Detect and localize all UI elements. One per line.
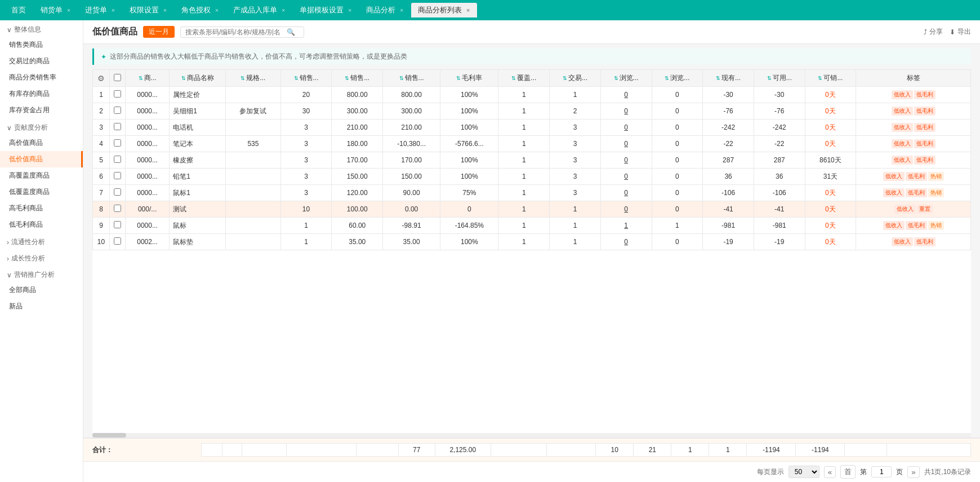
sidebar-group-marketing[interactable]: ∨ 营销推广分析 bbox=[0, 266, 83, 282]
horizontal-scrollbar[interactable] bbox=[92, 433, 971, 437]
cell-checkbox[interactable] bbox=[110, 87, 126, 103]
sidebar-item-low-margin[interactable]: 低毛利商品 bbox=[0, 216, 83, 233]
th-name[interactable]: ⇅商品名称 bbox=[170, 70, 226, 87]
sidebar-item-high-value[interactable]: 高价值商品 bbox=[0, 135, 83, 151]
cell-name[interactable]: 笔记本 bbox=[170, 136, 226, 152]
select-all-checkbox[interactable] bbox=[114, 74, 121, 81]
cell-checkbox[interactable] bbox=[110, 120, 126, 136]
nav-product-analysis[interactable]: 商品分析 × bbox=[359, 3, 410, 17]
next-page-button[interactable]: » bbox=[907, 466, 919, 478]
views-link[interactable]: 0 bbox=[624, 189, 628, 197]
th-sales-amount[interactable]: ⇅销售... bbox=[332, 70, 383, 87]
cell-name[interactable]: 属性定价 bbox=[170, 87, 226, 103]
cell-checkbox[interactable] bbox=[110, 152, 126, 169]
row-checkbox[interactable] bbox=[114, 123, 121, 130]
th-current-stock[interactable]: ⇅现有... bbox=[703, 70, 754, 87]
row-checkbox[interactable] bbox=[114, 188, 121, 196]
views-link[interactable]: 0 bbox=[624, 156, 628, 164]
sidebar-item-sales-products[interactable]: 销售类商品 bbox=[0, 37, 83, 53]
sidebar-item-all-products[interactable]: 全部商品 bbox=[0, 282, 83, 298]
cell-views1[interactable]: 0 bbox=[600, 185, 652, 201]
th-transactions[interactable]: ⇅交易... bbox=[550, 70, 601, 87]
views-link[interactable]: 0 bbox=[624, 238, 628, 246]
nav-role-auth[interactable]: 角色授权 × bbox=[175, 3, 225, 17]
views-link[interactable]: 0 bbox=[624, 205, 628, 213]
sidebar-item-high-coverage[interactable]: 高覆盖度商品 bbox=[0, 167, 83, 184]
close-product-analysis-list[interactable]: × bbox=[466, 7, 470, 14]
first-label-button[interactable]: 首 bbox=[840, 465, 856, 479]
per-page-select[interactable]: 50 100 200 bbox=[789, 466, 819, 478]
cell-checkbox[interactable] bbox=[110, 218, 126, 234]
sidebar-item-category-sales-rate[interactable]: 商品分类销售率 bbox=[0, 69, 83, 86]
row-checkbox[interactable] bbox=[114, 107, 121, 114]
views-link[interactable]: 0 bbox=[624, 107, 628, 115]
close-role-auth[interactable]: × bbox=[215, 7, 219, 14]
sidebar-group-liquidity[interactable]: › 流通性分析 bbox=[0, 233, 83, 249]
search-input[interactable] bbox=[185, 28, 287, 36]
search-icon[interactable]: 🔍 bbox=[287, 28, 295, 36]
row-checkbox[interactable] bbox=[114, 205, 121, 212]
row-checkbox[interactable] bbox=[114, 156, 121, 163]
cell-checkbox[interactable] bbox=[110, 103, 126, 120]
th-code[interactable]: ⇅商... bbox=[126, 70, 170, 87]
cell-views1[interactable]: 0 bbox=[600, 120, 652, 136]
close-product-stock[interactable]: × bbox=[282, 7, 285, 14]
cell-views1[interactable]: 0 bbox=[600, 152, 652, 169]
th-coverage[interactable]: ⇅覆盖... bbox=[498, 70, 550, 87]
cell-name[interactable]: 鼠标 bbox=[170, 218, 226, 234]
cell-checkbox[interactable] bbox=[110, 185, 126, 201]
cell-name[interactable]: 鼠标垫 bbox=[170, 234, 226, 250]
sidebar-item-new-products[interactable]: 新品 bbox=[0, 298, 83, 315]
row-checkbox[interactable] bbox=[114, 90, 121, 98]
sidebar-group-contribution[interactable]: ∨ 贡献度分析 bbox=[0, 118, 83, 135]
page-number-input[interactable] bbox=[871, 466, 892, 477]
cell-name[interactable]: 测试 bbox=[170, 201, 226, 218]
cell-views1[interactable]: 0 bbox=[600, 201, 652, 218]
first-page-button[interactable]: « bbox=[824, 466, 836, 478]
scrollbar-thumb[interactable] bbox=[92, 433, 126, 437]
close-template-settings[interactable]: × bbox=[348, 7, 351, 14]
th-settings[interactable]: ⚙ bbox=[93, 70, 110, 87]
close-sales-order[interactable]: × bbox=[67, 7, 70, 14]
views-link[interactable]: 0 bbox=[624, 91, 628, 99]
nav-template-settings[interactable]: 单据模板设置 × bbox=[293, 3, 358, 17]
th-saleable-days[interactable]: ⇅可销... bbox=[805, 70, 856, 87]
views-link[interactable]: 0 bbox=[624, 140, 628, 148]
cell-checkbox[interactable] bbox=[110, 169, 126, 185]
cell-views1[interactable]: 1 bbox=[600, 218, 652, 234]
export-button[interactable]: ⬇ 导出 bbox=[950, 27, 971, 37]
cell-views1[interactable]: 0 bbox=[600, 169, 652, 185]
views-link[interactable]: 1 bbox=[624, 222, 628, 229]
nav-sales-order[interactable]: 销货单 × bbox=[34, 3, 77, 17]
views-link[interactable]: 0 bbox=[624, 123, 628, 131]
sidebar-group-overall[interactable]: ∨ 整体信息 bbox=[0, 20, 83, 37]
th-sales-qty[interactable]: ⇅销售... bbox=[280, 70, 332, 87]
sidebar-item-low-value[interactable]: 低价值商品 bbox=[0, 151, 83, 167]
row-checkbox[interactable] bbox=[114, 221, 121, 228]
cell-name[interactable]: 电话机 bbox=[170, 120, 226, 136]
nav-home[interactable]: 首页 bbox=[5, 3, 33, 17]
th-sales-cost[interactable]: ⇅销售... bbox=[383, 70, 440, 87]
cell-views1[interactable]: 0 bbox=[600, 103, 652, 120]
nav-permissions[interactable]: 权限设置 × bbox=[123, 3, 173, 17]
row-checkbox[interactable] bbox=[114, 172, 121, 179]
sidebar-item-high-margin[interactable]: 高毛利商品 bbox=[0, 200, 83, 216]
cell-name[interactable]: 橡皮擦 bbox=[170, 152, 226, 169]
th-available-stock[interactable]: ⇅可用... bbox=[754, 70, 805, 87]
cell-name[interactable]: 铅笔1 bbox=[170, 169, 226, 185]
nav-purchase-order[interactable]: 进货单 × bbox=[78, 3, 122, 17]
cell-name[interactable]: 吴细细1 bbox=[170, 103, 226, 120]
sidebar-group-growth[interactable]: › 成长性分析 bbox=[0, 249, 83, 266]
sidebar-item-low-coverage[interactable]: 低覆盖度商品 bbox=[0, 184, 83, 200]
cell-name[interactable]: 鼠标1 bbox=[170, 185, 226, 201]
row-checkbox[interactable] bbox=[114, 139, 121, 147]
sidebar-item-stock-products[interactable]: 有库存的商品 bbox=[0, 86, 83, 102]
cell-checkbox[interactable] bbox=[110, 136, 126, 152]
cell-views1[interactable]: 0 bbox=[600, 234, 652, 250]
share-button[interactable]: ⤴ 分享 bbox=[924, 27, 943, 37]
cell-views1[interactable]: 0 bbox=[600, 87, 652, 103]
row-checkbox[interactable] bbox=[114, 237, 121, 245]
sidebar-item-stock-capital[interactable]: 库存资金占用 bbox=[0, 102, 83, 118]
th-checkbox[interactable] bbox=[110, 70, 126, 87]
cell-checkbox[interactable] bbox=[110, 234, 126, 250]
